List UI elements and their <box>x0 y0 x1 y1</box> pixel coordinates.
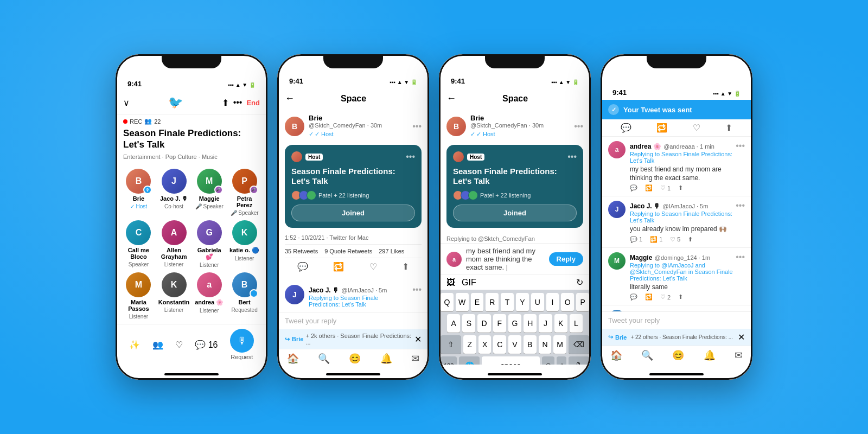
more-button-2[interactable]: ••• <box>412 122 422 131</box>
key-i[interactable]: I <box>546 293 559 311</box>
key-w[interactable]: W <box>456 293 469 311</box>
andrea-comment-action[interactable]: 💬 <box>630 184 637 192</box>
key-s[interactable]: S <box>462 314 475 333</box>
key-h[interactable]: H <box>524 314 537 333</box>
key-q[interactable]: Q <box>441 293 454 311</box>
participant-katie[interactable]: K katie o. 🔵 Listener <box>229 220 260 268</box>
emoji-nav-4[interactable]: 😊 <box>672 349 684 361</box>
mail-nav-4[interactable]: ✉ <box>735 349 743 361</box>
share-action-4[interactable]: ⬆ <box>725 123 732 133</box>
key-globe[interactable]: 🌐 <box>459 356 480 365</box>
image-icon-3[interactable]: 🖼 <box>446 278 455 288</box>
maggie-reply-to[interactable]: Replying to @IAmJacoJ and @Sktch_ComedyF… <box>630 262 745 282</box>
jaco-share-action[interactable]: ⬆ <box>688 236 693 243</box>
jaco-comment-action[interactable]: 💬 1 <box>630 236 642 243</box>
reply-input-3[interactable]: my best friend and my mom are thinking t… <box>466 247 545 271</box>
key-delete[interactable]: ⌫ <box>569 335 589 354</box>
search-nav-2[interactable]: 🔍 <box>318 353 330 365</box>
maggie-reply-more[interactable]: ••• <box>736 252 745 262</box>
space-footer-4[interactable]: ↪ Brie + 22 others · Season Finale Predi… <box>601 329 752 346</box>
reply-to-2[interactable]: Replying to Season Finale Predictions: L… <box>309 295 408 308</box>
key-shift[interactable]: ⇧ <box>441 335 461 354</box>
chevron-down-icon[interactable]: ∨ <box>123 98 130 108</box>
space-more-icon-3[interactable]: ••• <box>567 152 577 162</box>
jaco-retweet-action[interactable]: 🔁 1 <box>650 236 662 243</box>
like-action-2[interactable]: ♡ <box>369 261 377 272</box>
people-icon[interactable]: 👥 <box>152 340 163 350</box>
andrea-reply-more[interactable]: ••• <box>736 141 745 151</box>
key-b[interactable]: B <box>524 335 537 354</box>
andrea-share-action[interactable]: ⬆ <box>678 184 683 192</box>
key-p[interactable]: P <box>576 293 589 311</box>
space-footer-close-2[interactable]: ✕ <box>414 334 422 344</box>
jaco-reply-more[interactable]: ••• <box>736 201 745 210</box>
key-at[interactable]: @ <box>542 356 554 365</box>
search-nav-4[interactable]: 🔍 <box>641 349 653 361</box>
key-y[interactable]: Y <box>516 293 529 311</box>
more-button-3[interactable]: ••• <box>574 122 583 131</box>
share-action-2[interactable]: ⬆ <box>402 261 409 272</box>
reply-more-2[interactable]: ••• <box>412 285 422 308</box>
back-button-3[interactable]: ← <box>446 93 456 104</box>
heart-icon[interactable]: ♡ <box>175 340 183 350</box>
refresh-icon-3[interactable]: ↻ <box>576 277 583 288</box>
key-f[interactable]: F <box>493 314 506 333</box>
maggie-share-action[interactable]: ⬆ <box>678 293 683 301</box>
reply-avatar-jaco[interactable]: J <box>608 201 626 218</box>
key-e[interactable]: E <box>471 293 484 311</box>
participant-allen[interactable]: A Allen Grayham Listener <box>158 220 189 268</box>
participant-andrea[interactable]: a andrea 🌸 Listener <box>194 272 225 320</box>
tweet-author-avatar-2[interactable]: B <box>285 117 304 136</box>
participant-petra[interactable]: P 🎤 Petra Perez 🎤 Speaker <box>229 169 260 216</box>
andrea-reply-to[interactable]: Replying to Season Finale Predictions: L… <box>630 151 745 164</box>
retweet-action-4[interactable]: 🔁 <box>656 123 667 133</box>
back-button[interactable]: ← <box>285 93 295 104</box>
joined-button-3[interactable]: Joined <box>453 205 577 221</box>
emoji-nav-2[interactable]: 😊 <box>349 353 361 365</box>
maggie-retweet-action[interactable]: 🔁 <box>645 293 653 301</box>
comment-action-4[interactable]: 💬 <box>621 123 631 133</box>
mic-button[interactable]: 🎙 <box>230 329 254 353</box>
key-hash[interactable]: # <box>557 356 566 365</box>
home-nav-2[interactable]: 🏠 <box>287 353 299 365</box>
bell-nav-2[interactable]: 🔔 <box>380 353 392 365</box>
key-x[interactable]: X <box>478 335 492 354</box>
space-more-icon[interactable]: ••• <box>406 152 415 162</box>
participant-bert[interactable]: B Bert Requested <box>229 272 260 320</box>
key-j[interactable]: J <box>539 314 552 333</box>
chat-count[interactable]: 💬 16 <box>195 340 218 350</box>
key-z[interactable]: Z <box>463 335 476 354</box>
key-n[interactable]: N <box>539 335 552 354</box>
key-u[interactable]: U <box>531 293 544 311</box>
key-v[interactable]: V <box>508 335 521 354</box>
key-mic[interactable]: 🎙 <box>569 356 589 365</box>
participant-maria[interactable]: M Maria Passos Listener <box>123 272 154 320</box>
key-space[interactable]: space <box>482 356 539 365</box>
home-nav-4[interactable]: 🏠 <box>610 349 622 361</box>
space-footer-close-4[interactable]: ✕ <box>738 332 745 342</box>
key-r[interactable]: R <box>486 293 499 311</box>
participant-jaco[interactable]: J Jaco J. 🎙 Co-host <box>158 169 189 216</box>
more-icon[interactable]: ••• <box>233 98 242 107</box>
tweet-author-avatar-3[interactable]: B <box>446 117 466 136</box>
participant-call[interactable]: C Call me Bloco Speaker <box>123 220 154 268</box>
end-button[interactable]: End <box>246 99 260 107</box>
key-m[interactable]: M <box>553 335 566 354</box>
andrea-retweet-action[interactable]: 🔁 <box>645 184 653 192</box>
participant-brie[interactable]: B 🎙 Brie ✓ Host <box>123 169 154 216</box>
mail-nav-2[interactable]: ✉ <box>411 353 419 365</box>
likes-count-2[interactable]: 297 Likes <box>379 248 404 254</box>
andrea-like-action[interactable]: ♡ 1 <box>660 184 671 192</box>
share-icon[interactable]: ⬆ <box>222 98 229 108</box>
maggie-like-action[interactable]: ♡ 2 <box>660 293 671 301</box>
gif-icon-3[interactable]: GIF <box>462 278 476 288</box>
key-c[interactable]: C <box>493 335 506 354</box>
reply-avatar-andrea[interactable]: a <box>608 141 626 158</box>
like-action-4[interactable]: ♡ <box>693 123 700 133</box>
key-t[interactable]: T <box>501 293 514 311</box>
key-a[interactable]: A <box>447 314 460 333</box>
key-k[interactable]: K <box>554 314 567 333</box>
space-footer-2[interactable]: ↪ Brie + 2k others · Season Finale Predi… <box>277 329 429 349</box>
key-o[interactable]: O <box>561 293 574 311</box>
maggie-comment-action[interactable]: 💬 <box>630 293 637 301</box>
